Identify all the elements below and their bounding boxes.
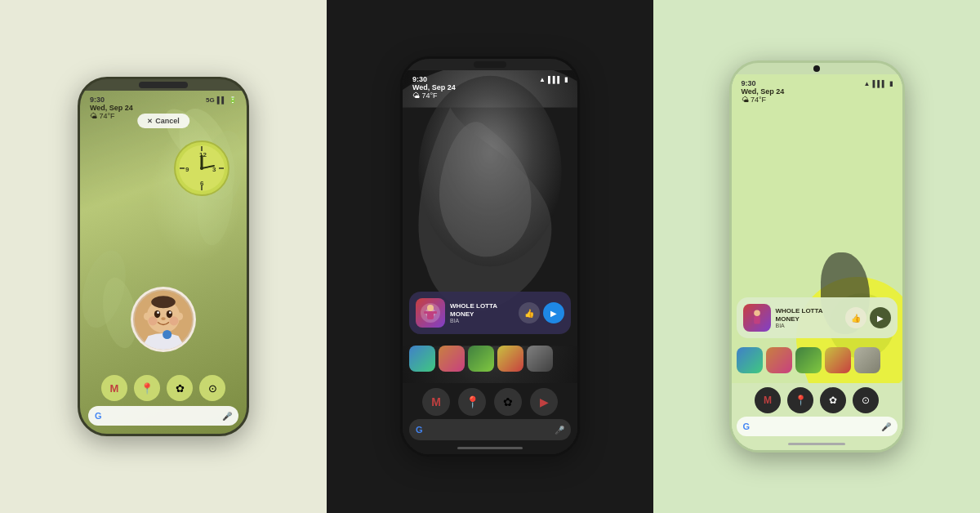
maps-right[interactable]: 📍 bbox=[787, 387, 813, 413]
misc-icon-left[interactable]: ⊙ bbox=[199, 375, 225, 401]
maps-center[interactable]: 📍 bbox=[458, 388, 486, 416]
flower-decoration bbox=[80, 91, 247, 408]
phone-right: 9:30 ▲ ▌▌▌ ▮ Wed, Sep 24 🌤 74°F bbox=[729, 60, 905, 453]
fans-right[interactable]: ✿ bbox=[820, 387, 846, 413]
track-2-center[interactable] bbox=[439, 346, 465, 372]
track-4-center[interactable] bbox=[497, 346, 523, 372]
temp-left: 🌤 74°F bbox=[90, 112, 133, 120]
album-art-center bbox=[416, 298, 445, 328]
left-panel: 9:30 5G ▌▌ 🔋 ✕ Cancel Wed, Sep 24 🌤 74°F bbox=[0, 0, 327, 513]
phone-left: 9:30 5G ▌▌ 🔋 ✕ Cancel Wed, Sep 24 🌤 74°F bbox=[78, 77, 249, 436]
like-btn-center[interactable]: 👍 bbox=[519, 302, 540, 323]
mic-icon-right[interactable]: 🎤 bbox=[881, 422, 891, 431]
signal-icon-left: 5G bbox=[206, 96, 215, 104]
left-screen: 9:30 5G ▌▌ 🔋 ✕ Cancel Wed, Sep 24 🌤 74°F bbox=[80, 91, 247, 434]
youtube-center[interactable]: ▶ bbox=[530, 388, 558, 416]
camera-area-right bbox=[732, 63, 902, 74]
svg-rect-39 bbox=[424, 311, 428, 314]
date-right: Wed, Sep 24 bbox=[742, 87, 785, 96]
wallpaper-svg bbox=[403, 70, 577, 383]
center-dock-icons: M 📍 ✿ ▶ bbox=[403, 388, 577, 416]
track-1-center[interactable] bbox=[409, 346, 435, 372]
clock-svg: 12 3 6 9 bbox=[173, 140, 230, 197]
svg-point-37 bbox=[427, 305, 434, 311]
svg-point-21 bbox=[154, 310, 160, 318]
track-4-right[interactable] bbox=[825, 347, 851, 373]
nav-line-center bbox=[457, 447, 523, 449]
svg-point-25 bbox=[161, 317, 166, 320]
gmail-right[interactable]: M bbox=[755, 387, 781, 413]
camera-pill bbox=[474, 61, 506, 68]
svg-point-23 bbox=[157, 311, 159, 314]
svg-text:12: 12 bbox=[199, 151, 207, 158]
play-btn-center[interactable]: ▶ bbox=[543, 302, 564, 323]
svg-point-22 bbox=[167, 310, 172, 318]
temp-right: 🌤 74°F bbox=[742, 96, 785, 104]
svg-text:6: 6 bbox=[200, 180, 204, 187]
signal-icon-center: ▌▌▌ bbox=[548, 76, 562, 83]
center-dock: M 📍 ✿ ▶ G 🎤 bbox=[403, 383, 577, 454]
weather-widget-left: Wed, Sep 24 🌤 74°F bbox=[90, 104, 133, 120]
status-icons-center: ▲ ▌▌▌ ▮ bbox=[539, 76, 568, 83]
battery-icon-center: ▮ bbox=[564, 76, 568, 83]
temp-center: 🌤 74°F bbox=[412, 91, 456, 100]
music-controls-center: 👍 ▶ bbox=[519, 302, 564, 323]
like-btn-right[interactable]: 👍 bbox=[845, 307, 866, 328]
mic-icon-left[interactable]: 🎤 bbox=[222, 412, 232, 421]
album-art-svg bbox=[416, 298, 445, 328]
status-time-left: 9:30 bbox=[90, 96, 105, 104]
clock-widget: 12 3 6 9 bbox=[173, 140, 230, 197]
music-info-right: WHOLE LOTTA MONEY BIA bbox=[776, 307, 840, 328]
gmail-icon-left[interactable]: M bbox=[101, 375, 127, 401]
center-screen: 9:30 ▲ ▌▌▌ ▮ Wed, Sep 24 🌤 74°F bbox=[403, 70, 577, 454]
svg-rect-42 bbox=[754, 316, 760, 323]
baby-face-svg bbox=[133, 287, 194, 352]
music-widget-center[interactable]: WHOLE LOTTA MONEY BIA 👍 ▶ bbox=[409, 292, 571, 334]
svg-text:3: 3 bbox=[212, 166, 216, 173]
right-dock-icons: M 📍 ✿ ⊙ bbox=[732, 387, 902, 413]
status-time-center: 9:30 bbox=[412, 75, 427, 83]
battery-icon-right: ▮ bbox=[889, 80, 893, 87]
svg-text:9: 9 bbox=[185, 166, 189, 173]
track-5-right[interactable] bbox=[854, 347, 880, 373]
svg-point-24 bbox=[169, 311, 172, 314]
svg-rect-38 bbox=[427, 311, 434, 319]
right-wallpaper: 9:30 ▲ ▌▌▌ ▮ Wed, Sep 24 🌤 74°F bbox=[732, 74, 902, 383]
fans-icon-left[interactable]: ✿ bbox=[167, 375, 193, 401]
svg-point-30 bbox=[169, 316, 178, 325]
album-art-right-svg bbox=[743, 304, 771, 332]
fans-center[interactable]: ✿ bbox=[494, 388, 522, 416]
music-widget-right[interactable]: WHOLE LOTTA MONEY BIA 👍 ▶ bbox=[737, 297, 898, 338]
track-1-right[interactable] bbox=[737, 347, 763, 373]
gmail-center[interactable]: M bbox=[422, 388, 450, 416]
track-3-right[interactable] bbox=[795, 347, 822, 373]
phone-center: 9:30 ▲ ▌▌▌ ▮ Wed, Sep 24 🌤 74°F bbox=[400, 56, 580, 457]
search-bar-right[interactable]: G 🎤 bbox=[737, 417, 898, 436]
track-3-center[interactable] bbox=[468, 346, 494, 372]
cancel-x-icon: ✕ bbox=[147, 118, 153, 125]
track-2-right[interactable] bbox=[766, 347, 792, 373]
weather-widget-right: Wed, Sep 24 🌤 74°F bbox=[742, 87, 785, 104]
track-5-center[interactable] bbox=[527, 346, 553, 372]
search-bar-left[interactable]: G 🎤 bbox=[88, 406, 238, 426]
camera-dot-right bbox=[813, 65, 820, 72]
cancel-button[interactable]: ✕ Cancel bbox=[137, 114, 189, 128]
svg-point-26 bbox=[151, 296, 176, 308]
wifi-icon-center: ▲ bbox=[539, 76, 546, 83]
svg-point-29 bbox=[149, 316, 158, 325]
status-icons-left: 5G ▌▌ 🔋 bbox=[206, 96, 237, 104]
wifi-icon-right: ▲ bbox=[864, 80, 871, 87]
camera-area-center bbox=[403, 59, 577, 70]
cancel-label: Cancel bbox=[155, 117, 180, 125]
date-center: Wed, Sep 24 bbox=[412, 83, 456, 91]
baby-photo bbox=[131, 287, 196, 352]
misc-right[interactable]: ⊙ bbox=[853, 387, 879, 413]
search-bar-center[interactable]: G 🎤 bbox=[409, 419, 571, 440]
mic-icon-center[interactable]: 🎤 bbox=[555, 426, 564, 435]
play-btn-right[interactable]: ▶ bbox=[870, 307, 891, 328]
music-info-center: WHOLE LOTTA MONEY BIA bbox=[450, 302, 514, 323]
center-panel: 9:30 ▲ ▌▌▌ ▮ Wed, Sep 24 🌤 74°F bbox=[327, 0, 653, 513]
google-g-center: G bbox=[416, 425, 423, 435]
maps-icon-left[interactable]: 📍 bbox=[134, 375, 160, 401]
music-artist-right: BIA bbox=[776, 323, 840, 328]
